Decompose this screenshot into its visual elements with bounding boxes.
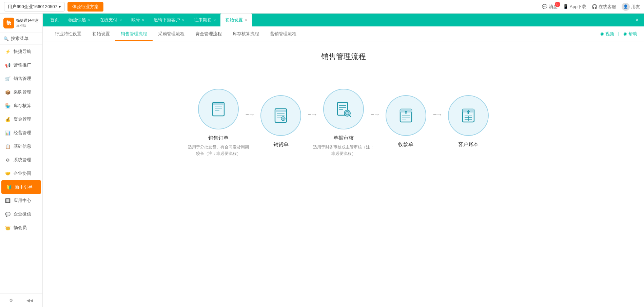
app-label: App下载 <box>570 4 586 10</box>
flow-label: 单据审核 <box>333 135 354 141</box>
sidebar-item-label: 营销推广 <box>14 62 31 68</box>
sub-tab-label: 资金管理流程 <box>195 31 222 37</box>
flow-label: 销货单 <box>273 141 289 148</box>
marketing-icon: 📢 <box>5 62 11 68</box>
nav-tab-initial-settings[interactable]: 初始设置 × <box>220 14 252 26</box>
flow-step-receipt: ¥ 收款单 <box>375 95 436 150</box>
sub-tab-label: 营销管理流程 <box>270 31 296 37</box>
sidebar-item-label: 系统管理 <box>14 157 31 163</box>
guide-icon: 🔰 <box>6 184 12 190</box>
user-label: 用户690企业1660120507 <box>8 4 57 10</box>
help-button[interactable]: ◉ 帮助 <box>623 31 637 37</box>
nav-tab-label: 往来期初 <box>194 17 212 23</box>
nav-tab-period[interactable]: 往来期初 × <box>189 14 220 26</box>
flow-desc: 适用于财务审核或主管审核（注：非必要流程） <box>313 144 374 157</box>
sidebar-item-member[interactable]: 👑 畅会员 <box>0 221 42 234</box>
nav-tab-logistics[interactable]: 物流快递 × <box>64 14 95 26</box>
collapse-button[interactable]: ◀◀ <box>25 296 35 304</box>
sub-tab-label: 销售管理流程 <box>121 31 147 37</box>
sidebar-item-label: 应用中心 <box>14 198 31 204</box>
sidebar-item-basic[interactable]: 📋 基础信息 <box>0 140 42 153</box>
flow-circle-receipt[interactable]: ¥ <box>386 95 426 136</box>
nav-bar-close-button[interactable]: × <box>633 17 641 23</box>
sidebar-item-label: 采购管理 <box>14 89 31 95</box>
sidebar-logo: 畅 畅捷通好生意 标准版 <box>0 14 42 33</box>
sidebar-item-wechat[interactable]: 💬 企业微信 <box>0 207 42 221</box>
sidebar-item-operations[interactable]: 📊 经营管理 <box>0 126 42 140</box>
content-area: 首页 物流快递 × 在线支付 × 账号 × 邀请下游客户 × 往来期初 × <box>43 14 644 307</box>
flow-label: 销售订单 <box>208 135 229 141</box>
sidebar-item-label: 资金管理 <box>14 116 31 122</box>
service-label: 在线客服 <box>599 4 616 10</box>
flow-circle-sales-order[interactable] <box>198 89 239 129</box>
sub-tab-inventory-flow[interactable]: 库存核算流程 <box>227 26 265 41</box>
user-avatar-area[interactable]: 👤 用友 <box>622 3 640 11</box>
flow-step-invoice: 销货单 <box>250 95 311 150</box>
sidebar-nav: ⚡ 快捷导航 📢 营销推广 🛒 销售管理 📦 采购管理 🏪 库存核算 💰 <box>0 45 42 293</box>
sidebar-item-label: 销售管理 <box>14 76 31 82</box>
nav-tab-account[interactable]: 账号 × <box>126 14 149 26</box>
sidebar-item-marketing[interactable]: 📢 营销推广 <box>0 58 42 72</box>
flow-step-sales-order: 销售订单 适用于分批发货、有合同发货周期较长（注：非必要流程） <box>188 89 249 157</box>
flow-circle-review[interactable] <box>323 89 364 129</box>
nav-tab-label: 物流快递 <box>69 17 86 23</box>
sidebar-item-finance[interactable]: 💰 资金管理 <box>0 112 42 126</box>
settings-bottom-button[interactable]: ⚙ <box>8 296 15 304</box>
flow-label: 客户账本 <box>458 141 479 148</box>
sidebar-item-purchase[interactable]: 📦 采购管理 <box>0 85 42 99</box>
svg-rect-4 <box>213 103 223 105</box>
app-download-button[interactable]: 📱 App下载 <box>563 4 586 10</box>
close-icon[interactable]: × <box>88 18 90 22</box>
sub-tab-industry[interactable]: 行业特性设置 <box>50 26 87 41</box>
sub-tab-purchase-flow[interactable]: 采购管理流程 <box>153 26 190 41</box>
sidebar-item-inventory[interactable]: 🏪 库存核算 <box>0 99 42 112</box>
close-icon[interactable]: × <box>214 18 216 22</box>
flow-circle-invoice[interactable] <box>260 95 301 136</box>
flow-diagram: 销售订单 适用于分批发货、有合同发货周期较长（注：非必要流程） - - → <box>56 82 630 164</box>
nav-tab-invite[interactable]: 邀请下游客户 × <box>149 14 189 26</box>
sidebar-item-apps[interactable]: 🔲 应用中心 <box>0 194 42 207</box>
flow-circle-ledger[interactable]: ¥ <box>448 95 489 136</box>
logo-subtitle: 标准版 <box>16 23 39 28</box>
nav-tab-home[interactable]: 首页 <box>45 14 64 26</box>
top-bar-right: 💬 消息 6 📱 App下载 🎧 在线客服 👤 用友 <box>542 3 640 11</box>
sidebar-item-system[interactable]: ⚙ 系统管理 <box>0 153 42 167</box>
sidebar-item-quick[interactable]: ⚡ 快捷导航 <box>0 45 42 58</box>
sidebar-search[interactable]: 🔍 搜索菜单 <box>0 33 42 45</box>
sub-tab-label: 初始设置 <box>92 31 110 37</box>
close-icon[interactable]: × <box>119 18 121 22</box>
sidebar-item-guide[interactable]: 🔰 新手引导 <box>1 180 41 194</box>
sub-tab-sales-flow[interactable]: 销售管理流程 <box>115 26 153 41</box>
message-badge: 6 <box>555 2 560 7</box>
sub-tab-marketing-flow[interactable]: 营销管理流程 <box>265 26 302 41</box>
sidebar-bottom: ⚙ ◀◀ <box>0 293 42 307</box>
online-service-button[interactable]: 🎧 在线客服 <box>592 4 616 10</box>
nav-tab-label: 账号 <box>131 17 140 23</box>
sub-tab-finance-flow[interactable]: 资金管理流程 <box>190 26 227 41</box>
nav-tab-label: 在线支付 <box>100 17 117 23</box>
main-content: 销售管理流程 销售订单 适用于分批发货、有合同发货周期较长（ <box>43 41 644 307</box>
sub-tab-initial[interactable]: 初始设置 <box>87 26 115 41</box>
sidebar-item-collab[interactable]: 🤝 企业协同 <box>0 167 42 180</box>
nav-tab-label: 首页 <box>50 17 59 23</box>
trial-button[interactable]: 体验行业方案 <box>67 2 103 12</box>
nav-tabs-bar: 首页 物流快递 × 在线支付 × 账号 × 邀请下游客户 × 往来期初 × <box>43 14 644 26</box>
video-help-button[interactable]: ◉ 视频 <box>600 31 614 37</box>
close-icon[interactable]: × <box>182 18 184 22</box>
sidebar-item-label: 新手引导 <box>15 184 33 190</box>
sidebar-item-sales[interactable]: 🛒 销售管理 <box>0 72 42 85</box>
page-title: 销售管理流程 <box>56 52 630 62</box>
inventory-icon: 🏪 <box>5 103 11 109</box>
nav-tab-payment[interactable]: 在线支付 × <box>95 14 126 26</box>
close-icon[interactable]: × <box>245 18 247 22</box>
main-layout: 畅 畅捷通好生意 标准版 🔍 搜索菜单 ⚡ 快捷导航 📢 营销推广 🛒 销售管理 <box>0 14 644 307</box>
member-icon: 👑 <box>5 225 11 231</box>
svg-point-10 <box>281 117 285 121</box>
wechat-icon: 💬 <box>5 211 11 217</box>
search-label: 搜索菜单 <box>11 36 28 42</box>
system-icon: ⚙ <box>5 157 11 163</box>
message-button[interactable]: 💬 消息 6 <box>542 4 558 10</box>
sidebar-item-label: 基础信息 <box>14 143 31 149</box>
user-selector[interactable]: 用户690企业1660120507 ▾ <box>4 2 65 12</box>
close-icon[interactable]: × <box>142 18 144 22</box>
